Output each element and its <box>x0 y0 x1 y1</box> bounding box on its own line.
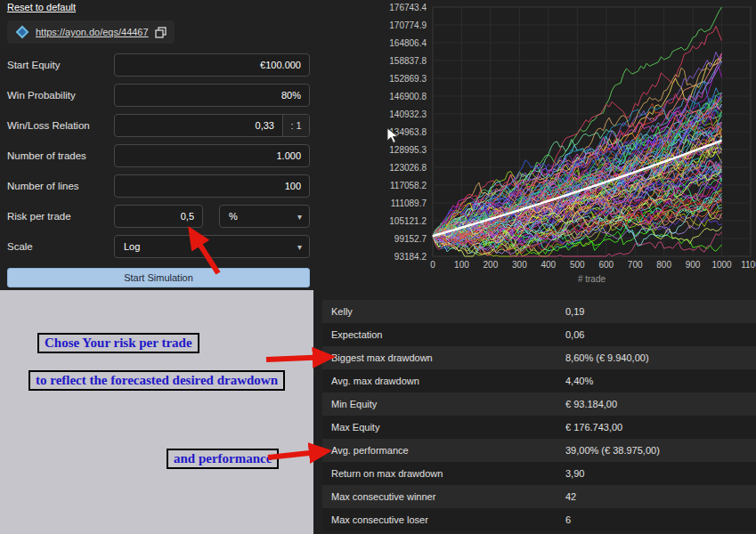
table-row[interactable]: Avg. max drawdown4,40% <box>322 369 756 392</box>
start-equity-label: Start Equity <box>7 53 60 77</box>
risk-unit-select[interactable]: % ▾ <box>219 205 310 228</box>
svg-text:900: 900 <box>686 260 701 270</box>
annotation-note-1: Chose Your risk per trade <box>37 333 199 353</box>
scale-select[interactable]: Log ▾ <box>114 235 310 258</box>
stat-label: Avg. performance <box>322 445 409 456</box>
stat-value: 0,06 <box>565 329 584 340</box>
svg-text:99152.7: 99152.7 <box>394 234 427 244</box>
svg-text:140932.3: 140932.3 <box>389 109 427 119</box>
svg-text:176743.4: 176743.4 <box>389 3 427 12</box>
svg-text:1100: 1100 <box>741 260 756 270</box>
stat-label: Kelly <box>322 306 353 317</box>
scale-label: Scale <box>7 235 33 258</box>
win-probability-input[interactable] <box>114 84 310 107</box>
svg-text:111089.7: 111089.7 <box>391 198 427 208</box>
svg-text:152869.3: 152869.3 <box>389 74 427 84</box>
table-row[interactable]: Avg. performance39,00% (€ 38.975,00) <box>322 439 756 462</box>
svg-text:800: 800 <box>656 260 671 270</box>
table-row[interactable]: Return on max drawdown3,90 <box>322 462 756 485</box>
stat-value: 0,19 <box>565 306 584 317</box>
svg-text:105121.2: 105121.2 <box>389 216 427 226</box>
stat-value: 39,00% (€ 38.975,00) <box>565 445 660 456</box>
stat-label: Min Equity <box>322 399 377 409</box>
svg-text:170774.9: 170774.9 <box>389 20 427 30</box>
svg-text:134963.8: 134963.8 <box>389 127 427 137</box>
stat-label: Max consecutive loser <box>322 514 428 525</box>
stat-label: Biggest max drawdown <box>322 352 433 363</box>
svg-text:# trade: # trade <box>578 274 606 284</box>
table-row[interactable]: Max consecutive loser6 <box>322 508 756 531</box>
table-row[interactable]: Min Equity€ 93.184,00 <box>322 392 756 416</box>
reset-to-default-link[interactable]: Reset to default <box>7 2 76 12</box>
start-equity-input[interactable] <box>114 53 310 77</box>
svg-text:93184.2: 93184.2 <box>394 252 427 262</box>
start-simulation-button[interactable]: Start Simulation <box>7 268 310 287</box>
svg-text:500: 500 <box>570 260 585 270</box>
statistics-table: Kelly0,19Expectation0,06Biggest max draw… <box>322 300 756 531</box>
number-of-trades-label: Number of trades <box>7 144 86 167</box>
svg-text:117058.2: 117058.2 <box>390 181 427 190</box>
number-of-lines-input[interactable] <box>114 174 310 198</box>
equity-curves-chart[interactable]: 176743.4170774.9164806.4158837.8152869.3… <box>322 0 756 294</box>
annotation-note-2: to reflect the forecasted desired drawdo… <box>28 370 285 391</box>
svg-text:200: 200 <box>484 260 499 270</box>
stat-label: Max Equity <box>322 422 379 433</box>
number-of-lines-label: Number of lines <box>7 174 79 198</box>
table-row[interactable]: Kelly0,19 <box>322 300 756 323</box>
stat-value: 6 <box>565 514 571 525</box>
svg-text:300: 300 <box>512 260 527 270</box>
table-row[interactable]: Biggest max drawdown8,60% (€ 9.940,00) <box>322 346 756 369</box>
svg-text:158837.8: 158837.8 <box>389 56 427 66</box>
stat-value: 4,40% <box>565 376 593 386</box>
svg-text:1000: 1000 <box>711 260 732 270</box>
svg-text:700: 700 <box>628 260 643 270</box>
stat-value: 3,90 <box>565 468 584 479</box>
share-url-link[interactable]: https://ayon.do/eqs/44467 <box>36 27 149 37</box>
share-url-row: https://ayon.do/eqs/44467 <box>7 20 175 44</box>
stat-value: € 93.184,00 <box>565 399 617 409</box>
risk-per-trade-input[interactable] <box>114 205 203 228</box>
svg-text:123026.8: 123026.8 <box>389 163 427 173</box>
scale-value: Log <box>124 241 140 252</box>
table-row[interactable]: Expectation0,06 <box>322 323 756 346</box>
stat-value: € 176.743,00 <box>565 422 622 433</box>
stat-label: Max consecutive winner <box>322 491 435 502</box>
svg-text:400: 400 <box>541 260 556 270</box>
svg-text:100: 100 <box>454 260 469 270</box>
stat-value: 42 <box>565 491 576 502</box>
table-row[interactable]: Max consecutive winner42 <box>322 485 756 508</box>
risk-unit-value: % <box>229 211 238 222</box>
table-row[interactable]: Max Equity€ 176.743,00 <box>322 416 756 439</box>
equity-simulator-app: Reset to default https://ayon.do/eqs/444… <box>0 0 756 534</box>
stat-label: Expectation <box>322 329 382 340</box>
svg-text:164806.4: 164806.4 <box>389 38 427 48</box>
svg-text:146900.8: 146900.8 <box>389 92 427 101</box>
chevron-down-icon: ▾ <box>297 212 302 222</box>
win-loss-relation-suffix: : 1 <box>282 115 309 136</box>
svg-text:600: 600 <box>598 260 614 270</box>
annotation-area <box>0 290 313 534</box>
chevron-down-icon: ▾ <box>297 242 302 252</box>
risk-per-trade-label: Risk per trade <box>7 205 71 228</box>
stat-value: 8,60% (€ 9.940,00) <box>565 352 649 363</box>
win-loss-relation-input[interactable]: 0,33 : 1 <box>114 114 310 137</box>
annotation-note-3: and performance <box>167 449 279 469</box>
stat-label: Avg. max drawdown <box>322 376 419 386</box>
copy-icon[interactable] <box>155 27 167 38</box>
svg-text:128995.3: 128995.3 <box>389 145 427 155</box>
stat-label: Return on max drawdown <box>322 468 443 479</box>
win-loss-relation-label: Win/Loss Relation <box>7 114 90 137</box>
number-of-trades-input[interactable] <box>114 144 310 167</box>
app-logo-icon <box>15 25 29 39</box>
svg-text:0: 0 <box>430 260 435 270</box>
win-probability-label: Win Probability <box>7 84 76 107</box>
win-loss-relation-value: 0,33 <box>115 115 282 136</box>
